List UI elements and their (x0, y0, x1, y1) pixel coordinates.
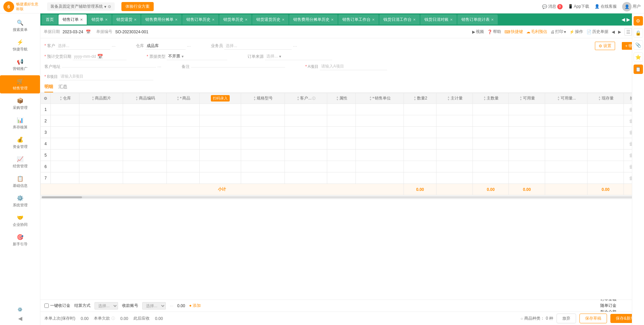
b-project-input[interactable]: 请输入B项目 (59, 73, 153, 80)
tab-close-icon[interactable]: ✕ (413, 18, 416, 22)
row-1-scan[interactable] (199, 104, 241, 115)
sidebar-item-inventory[interactable]: 📊 库存核算 (0, 114, 40, 132)
sort-icon[interactable]: ▲▼ (59, 96, 62, 101)
tab-summary[interactable]: 汇总 (59, 84, 67, 92)
tab-order-workbench[interactable]: 销售订单工作台 ✕ (338, 14, 379, 25)
sort-icon[interactable]: ▲▼ (253, 96, 256, 101)
row-1-main-unit[interactable] (437, 104, 473, 115)
user-avatar[interactable]: 👤 用户 (622, 2, 641, 11)
row-1-attr[interactable] (327, 104, 356, 115)
settings-btn[interactable]: ⚙ 设置 (595, 42, 615, 50)
tab-return[interactable]: 销货退货 ✕ (112, 14, 141, 25)
row-1-product[interactable] (167, 104, 199, 115)
tab-fee-history[interactable]: 销售费用分摊单历史 ✕ (289, 14, 338, 25)
tab-daily-reconcile[interactable]: 钱货日清对账 ✕ (420, 14, 457, 25)
sort-icon[interactable]: ▲▼ (91, 96, 94, 101)
tab-daily-workbench[interactable]: 钱货日清工作台 ✕ (379, 14, 420, 25)
sidebar-item-marketing[interactable]: 📢 营销推广 (0, 56, 40, 74)
tab-fee-split[interactable]: 销售费用分摊单 ✕ (141, 14, 182, 25)
row-2-warehouse[interactable] (51, 115, 79, 127)
sidebar-item-nav[interactable]: ⚡ 快捷导航 (0, 36, 40, 54)
app-download-btn[interactable]: 📱 App下载 (568, 4, 589, 9)
tab-home[interactable]: 首页 (42, 14, 58, 25)
sort-icon[interactable]: ▲▼ (176, 96, 179, 101)
discard-btn[interactable]: 放弃 (557, 314, 576, 323)
scan-entry-btn[interactable]: 扫码录入 (211, 95, 230, 101)
tab-next-icon[interactable]: ▶ (627, 17, 630, 22)
save-draft-btn[interactable]: 保存草稿 (579, 314, 607, 323)
right-panel-settings-btn[interactable]: ⚙ (634, 16, 643, 26)
tab-prev-icon[interactable]: ◀ (621, 17, 625, 22)
right-panel-doc-btn[interactable]: 📋 (634, 65, 643, 74)
addr-more-icon[interactable]: ··· (157, 64, 161, 69)
next-record-btn[interactable]: ▶ (618, 30, 621, 34)
row-1-available2[interactable] (545, 104, 587, 115)
tab-close-icon[interactable]: ✕ (212, 18, 215, 22)
sort-icon[interactable]: ▲▼ (296, 96, 299, 101)
tab-detail[interactable]: 明细 (44, 84, 53, 92)
shortcut-btn[interactable]: ⌨ 快捷键 (504, 29, 523, 35)
industry-btn[interactable]: 体验行业方案 (121, 2, 154, 11)
tab-close-icon[interactable]: ✕ (331, 18, 334, 22)
print-btn[interactable]: 🖨 打印 ▾ (551, 29, 566, 35)
sort-icon[interactable]: ▲▼ (135, 96, 138, 101)
salesperson-more-icon[interactable]: ··· (293, 43, 297, 49)
help-btn[interactable]: ❓ 帮助 (487, 29, 501, 35)
row-1-product-img[interactable] (79, 104, 123, 115)
tab-bill-history[interactable]: 销货单历史 ✕ (219, 14, 252, 25)
tab-close-icon[interactable]: ✕ (245, 18, 248, 22)
a-project-input[interactable]: 请输入A项目 (320, 63, 387, 70)
tab-close-icon[interactable]: ✕ (282, 18, 285, 22)
col-gear[interactable]: ⚙ (41, 93, 51, 104)
operation-btn[interactable]: ⚡ 操作 (569, 29, 583, 35)
calendar-icon[interactable]: 📅 (97, 54, 103, 59)
prev-record-btn[interactable]: ◀ (612, 30, 615, 34)
sidebar-item-purchase[interactable]: 📦 采购管理 (0, 95, 40, 113)
sort-icon[interactable]: ▲▼ (413, 96, 416, 101)
ticket-select[interactable]: 不开票 ▾ (167, 53, 227, 60)
tab-close-icon[interactable]: ✕ (450, 18, 453, 22)
customer-input[interactable]: 选择... (56, 42, 110, 50)
sort-icon[interactable]: ▲▼ (447, 96, 450, 101)
sidebar-item-system[interactable]: ⚙️ 系统管理 (0, 192, 40, 210)
calendar-icon[interactable]: 📅 (86, 30, 91, 34)
delivery-input[interactable]: yyyy-mm-dd 📅 (73, 53, 126, 60)
horizontal-scrollbar[interactable] (40, 195, 644, 199)
settle-method-select[interactable]: 选择... (94, 302, 118, 310)
message-area[interactable]: 💬 消息 9 (542, 4, 563, 9)
tab-close-icon[interactable]: ✕ (134, 18, 137, 22)
sidebar-item-finance[interactable]: 💰 资金管理 (0, 134, 40, 152)
sidebar-item-operations[interactable]: 📈 经营管理 (0, 153, 40, 171)
sort-icon[interactable]: ▲▼ (598, 96, 601, 101)
account-select[interactable]: 选择... (142, 302, 166, 310)
salesperson-input[interactable]: 选择... (224, 42, 292, 50)
sidebar-item-sales[interactable]: 🛒 销售管理 (0, 75, 40, 93)
add-btn[interactable]: ● 添加 (189, 303, 201, 309)
list-view-btn[interactable]: ☰ (624, 28, 632, 36)
tab-close-icon[interactable]: ✕ (80, 18, 83, 22)
customer-more-icon[interactable]: ··· (112, 43, 116, 49)
row-1-sales-unit[interactable] (356, 104, 404, 115)
info-icon[interactable]: ⓘ (111, 316, 115, 320)
tab-return-history[interactable]: 销货退货历史 ✕ (252, 14, 289, 25)
order-source-input[interactable]: 选择... ▾ (265, 53, 332, 60)
sidebar-item-collab[interactable]: 🤝 企业协同 (0, 212, 40, 230)
row-1-product-code[interactable] (123, 104, 167, 115)
sidebar-item-guide[interactable]: 🎯 新手引导 (0, 231, 40, 249)
right-panel-lock-btn[interactable]: 🔒 (634, 28, 643, 38)
sort-icon[interactable]: ▲▼ (519, 96, 522, 101)
tab-sales-order[interactable]: 销售订单 ✕ (59, 14, 87, 25)
sidebar-item-search[interactable]: 🔍 搜索菜单 (0, 17, 40, 35)
row-1-spec[interactable] (241, 104, 285, 115)
sort-icon[interactable]: ▲▼ (335, 96, 339, 101)
sort-icon[interactable]: ▲▼ (483, 96, 486, 101)
settings-icon[interactable]: ⚙ (108, 4, 111, 9)
system-title[interactable]: 装备及固定资产辅助管理系统 ▾ ⚙ (47, 2, 115, 11)
remarks-input[interactable] (191, 66, 285, 68)
history-btn[interactable]: 📄 历史单据 (586, 29, 608, 35)
right-panel-star-btn[interactable]: ⭐ (634, 52, 643, 62)
row-1-qty2[interactable] (404, 104, 437, 115)
tab-order-history[interactable]: 销售订单历史 ✕ (182, 14, 219, 25)
date-value[interactable]: 2023-03-24 (63, 30, 83, 34)
row-1-warehouse[interactable] (51, 104, 79, 115)
